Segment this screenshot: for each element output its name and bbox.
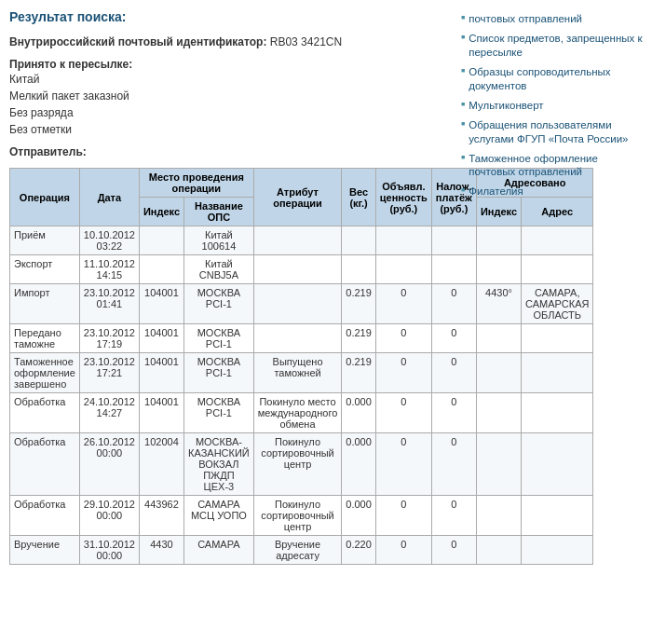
result-title: Результат поиска:: [9, 9, 447, 24]
table-cell: [139, 255, 183, 284]
table-cell: 11.10.2012 14:15: [79, 255, 139, 284]
table-cell: 0.000: [342, 393, 376, 433]
table-cell: 104001: [139, 324, 183, 353]
table-cell: Импорт: [10, 284, 80, 324]
table-cell: Вручение адресату: [253, 536, 342, 565]
table-cell: 0: [375, 284, 431, 324]
sidebar-link[interactable]: Образцы сопроводительных документов: [469, 65, 643, 93]
table-cell: [253, 324, 342, 353]
table-cell: 0: [375, 353, 431, 393]
sidebar-link[interactable]: Список предметов, запрещенных к пересылк…: [469, 32, 643, 60]
accepted-line4: Без отметки: [9, 121, 447, 138]
col-index: Индекс: [139, 198, 183, 226]
table-cell: [139, 226, 183, 255]
table-cell: 0.000: [342, 433, 376, 496]
table-cell: Обработка: [10, 496, 80, 536]
table-cell: Китай 100614: [184, 226, 254, 255]
table-cell: Покинуло сортировочный центр: [253, 433, 342, 496]
table-cell: 443962: [139, 496, 183, 536]
col-value: Объявл.ценность(руб.): [375, 169, 431, 226]
table-cell: 104001: [139, 284, 183, 324]
table-cell: [253, 255, 342, 284]
table-cell: МОСКВА PCI-1: [184, 324, 254, 353]
sidebar-link[interactable]: Мультиконверт: [469, 99, 543, 113]
table-cell: 23.10.2012 17:21: [79, 353, 139, 393]
sidebar-link[interactable]: Филателия: [469, 185, 523, 199]
table-cell: 0.219: [342, 353, 376, 393]
table-cell: Передано таможне: [10, 324, 80, 353]
table-cell: 4430: [139, 536, 183, 565]
table-cell: Покинуло место международного обмена: [253, 393, 342, 433]
table-cell: [342, 255, 376, 284]
identifier-block: Внутрироссийский почтовый идентификатор:…: [9, 34, 447, 50]
sidebar-list: почтовых отправленийСписок предметов, за…: [461, 9, 643, 201]
table-cell: САМАРА: [184, 536, 254, 565]
table-cell: [375, 255, 431, 284]
table-cell: [253, 226, 342, 255]
table-cell: Выпущено таможней: [253, 353, 342, 393]
table-cell: 104001: [139, 353, 183, 393]
table-cell: МОСКВА PCI-1: [184, 393, 254, 433]
sidebar-item[interactable]: Филателия: [461, 182, 643, 201]
table-cell: Покинуло сортировочный центр: [253, 496, 342, 536]
table-cell: 0.220: [342, 536, 376, 565]
table-cell: Приём: [10, 226, 80, 255]
main-content: Результат поиска: Внутрироссийский почто…: [0, 0, 456, 574]
sidebar-link[interactable]: Таможенное оформление почтовых отправлен…: [469, 152, 643, 180]
table-cell: 26.10.2012 00:00: [79, 433, 139, 496]
sidebar: почтовых отправленийСписок предметов, за…: [456, 0, 652, 574]
col-operation: Операция: [10, 169, 80, 226]
table-cell: МОСКВА PCI-1: [184, 284, 254, 324]
table-cell: 0.219: [342, 284, 376, 324]
table-cell: Таможенное оформление завершено: [10, 353, 80, 393]
col-weight: Вес(кг.): [342, 169, 376, 226]
table-cell: 31.10.2012 00:00: [79, 536, 139, 565]
table-cell: Обработка: [10, 393, 80, 433]
accepted-line2: Мелкий пакет заказной: [9, 88, 447, 104]
table-cell: 23.10.2012 17:19: [79, 324, 139, 353]
col-date: Дата: [79, 169, 139, 226]
table-cell: 0: [375, 324, 431, 353]
table-cell: 10.10.2012 03:22: [79, 226, 139, 255]
accepted-line1: Китай: [9, 71, 447, 88]
sidebar-item[interactable]: почтовых отправлений: [461, 9, 643, 29]
accepted-value: Китай Мелкий пакет заказной Без разряда …: [9, 71, 447, 138]
sidebar-item[interactable]: Список предметов, запрещенных к пересылк…: [461, 29, 643, 62]
sidebar-link[interactable]: Обращения пользователями услугами ФГУП «…: [469, 118, 643, 146]
identifier-value: RB03 3421CN: [270, 35, 342, 48]
table-cell: Вручение: [10, 536, 80, 565]
table-cell: 0.219: [342, 324, 376, 353]
table-cell: Экспорт: [10, 255, 80, 284]
table-cell: 29.10.2012 00:00: [79, 496, 139, 536]
sidebar-item[interactable]: Мультиконверт: [461, 96, 643, 116]
page-container: Результат поиска: Внутрироссийский почто…: [0, 0, 652, 574]
table-cell: САМАРА МСЦ УОПО: [184, 496, 254, 536]
table-cell: 0: [375, 496, 431, 536]
table-cell: [253, 284, 342, 324]
accepted-block: Принято к пересылке: Китай Мелкий пакет …: [9, 58, 447, 138]
table-cell: [375, 226, 431, 255]
table-cell: Обработка: [10, 433, 80, 496]
table-cell: 104001: [139, 393, 183, 433]
col-attr: Атрибутоперации: [253, 169, 342, 226]
table-cell: 23.10.2012 01:41: [79, 284, 139, 324]
table-cell: 24.10.2012 14:27: [79, 393, 139, 433]
identifier-label: Внутрироссийский почтовый идентификатор:: [9, 35, 266, 48]
col-location: Место проведенияоперации: [139, 169, 253, 198]
table-cell: 102004: [139, 433, 183, 496]
table-cell: [342, 226, 376, 255]
table-cell: 0: [375, 433, 431, 496]
col-ops-name: НазваниеОПС: [184, 198, 254, 226]
table-cell: 0: [375, 393, 431, 433]
table-cell: 0: [375, 536, 431, 565]
accepted-line3: Без разряда: [9, 104, 447, 121]
table-cell: МОСКВА PCI-1: [184, 353, 254, 393]
sidebar-item[interactable]: Таможенное оформление почтовых отправлен…: [461, 149, 643, 183]
accepted-label: Принято к пересылке:: [9, 58, 447, 71]
sender-label: Отправитель:: [9, 145, 447, 158]
table-cell: 0.000: [342, 496, 376, 536]
sidebar-link[interactable]: почтовых отправлений: [469, 12, 582, 26]
sidebar-item[interactable]: Обращения пользователями услугами ФГУП «…: [461, 116, 643, 149]
table-cell: МОСКВА- КАЗАНСКИЙ ВОКЗАЛ ПЖДП ЦЕХ-3: [184, 433, 254, 496]
sidebar-item[interactable]: Образцы сопроводительных документов: [461, 62, 643, 96]
